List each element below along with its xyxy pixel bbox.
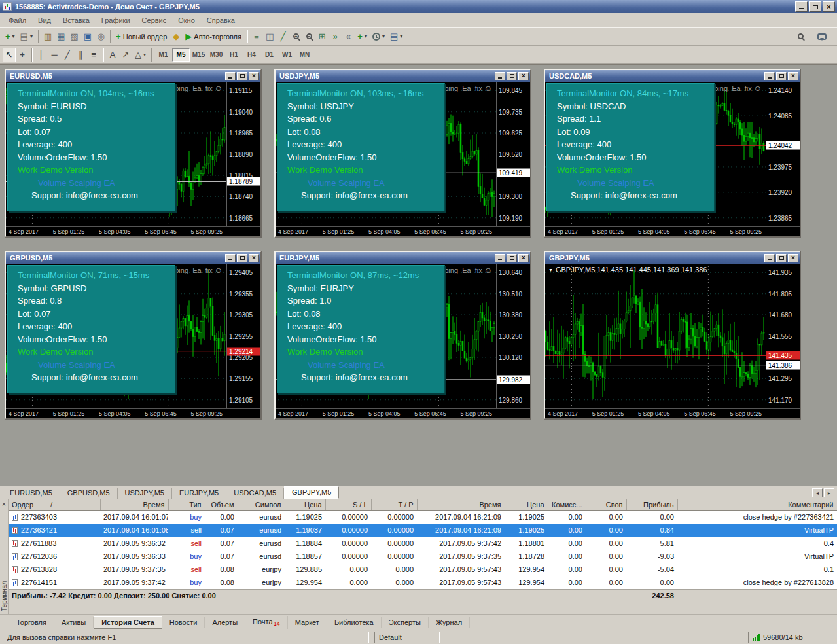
close-button[interactable]: × xyxy=(823,1,835,12)
search-icon[interactable] xyxy=(794,29,807,44)
menu-file[interactable]: Файл xyxy=(3,15,32,26)
history-row[interactable]: 2276118832017.09.05 9:36:32sell0.07eurus… xyxy=(9,537,837,550)
menu-insert[interactable]: Вставка xyxy=(57,15,96,26)
minimize-chart-button[interactable] xyxy=(225,254,236,262)
chart-tab-eurusd-m5[interactable]: EURUSD,M5 xyxy=(3,488,60,499)
price-chart-canvas[interactable] xyxy=(545,264,766,408)
timeframe-h1[interactable]: H1 xyxy=(225,48,243,62)
timeframe-m15[interactable]: M15 xyxy=(190,48,207,62)
chart-tab-usdjpy-m5[interactable]: USDJPY,M5 xyxy=(118,488,172,499)
zoom-out-icon[interactable]: − xyxy=(302,29,315,44)
minimize-button[interactable] xyxy=(795,1,808,12)
channel-icon[interactable]: ∥ xyxy=(74,48,87,62)
tile-windows-icon[interactable]: ⊞ xyxy=(315,29,329,44)
tab-alerts[interactable]: Алерты xyxy=(205,617,245,628)
autotrading-button[interactable]: ▶Авто-торговля xyxy=(183,29,244,44)
terminal-icon[interactable]: ▣ xyxy=(81,29,94,44)
maximize-chart-button[interactable] xyxy=(507,254,517,262)
ea-smiley-icon[interactable]: ☺ xyxy=(754,84,762,93)
tab-account-history[interactable]: История Счета xyxy=(94,616,162,629)
close-chart-button[interactable]: × xyxy=(788,254,798,262)
history-row[interactable]: 2276120362017.09.05 9:36:33buy0.07eurusd… xyxy=(9,550,837,563)
history-row[interactable]: 2273634212017.09.04 16:01:08sell0.07euru… xyxy=(9,524,837,537)
column-header-5[interactable]: Цена xyxy=(285,499,325,510)
chart-area-usdcad[interactable]: 1.241401.240851.239751.239201.238651.240… xyxy=(545,82,800,236)
chart-titlebar-eurusd[interactable]: EURUSD,M5× xyxy=(6,70,260,82)
terminal-close-icon[interactable]: × xyxy=(2,501,6,508)
fibonacci-icon[interactable]: ≡ xyxy=(87,48,100,62)
column-header-13[interactable]: Комментарий xyxy=(677,499,837,510)
maximize-chart-button[interactable] xyxy=(776,72,787,80)
column-header-11[interactable]: Своп xyxy=(586,499,626,510)
metaeditor-icon[interactable]: ◆ xyxy=(169,29,183,44)
line-chart-icon[interactable]: ╱ xyxy=(276,29,289,44)
zoom-in-icon[interactable]: + xyxy=(289,29,302,44)
chart-titlebar-eurjpy[interactable]: EURJPY,M5× xyxy=(276,252,530,264)
column-header-0[interactable]: Ордер/ xyxy=(9,499,100,510)
ea-smiley-icon[interactable]: ☺ xyxy=(484,266,492,275)
timeframe-w1[interactable]: W1 xyxy=(278,48,296,62)
timeframe-h4[interactable]: H4 xyxy=(243,48,260,62)
chart-area-usdjpy[interactable]: 109.845109.735109.625109.520109.300109.1… xyxy=(276,82,530,236)
navigator-icon[interactable]: ▧ xyxy=(68,29,81,44)
vertical-line-icon[interactable]: │ xyxy=(35,48,48,62)
text-icon[interactable]: A xyxy=(106,48,119,62)
timeframe-m1[interactable]: M1 xyxy=(154,48,172,62)
cursor-icon[interactable]: ↖ xyxy=(3,48,16,62)
bar-chart-icon[interactable]: ≡ xyxy=(250,29,263,44)
ea-smiley-icon[interactable]: ☺ xyxy=(215,266,223,275)
periods-icon[interactable]: ▾ xyxy=(370,29,387,44)
chart-shift-icon[interactable]: « xyxy=(342,29,355,44)
timeframe-m5[interactable]: M5 xyxy=(172,48,190,62)
maximize-chart-button[interactable] xyxy=(507,72,517,80)
menu-view[interactable]: Вид xyxy=(32,15,57,26)
minimize-chart-button[interactable] xyxy=(764,254,775,262)
column-header-2[interactable]: Тип xyxy=(168,499,205,510)
timeframe-m30[interactable]: M30 xyxy=(207,48,225,62)
column-header-3[interactable]: Объем xyxy=(205,499,238,510)
profiles-icon[interactable]: ▤▾ xyxy=(18,29,35,44)
chart-tab-gbpusd-m5[interactable]: GBPUSD,M5 xyxy=(60,488,118,499)
ea-smiley-icon[interactable]: ☺ xyxy=(215,84,223,93)
column-header-6[interactable]: S / L xyxy=(325,499,371,510)
column-header-10[interactable]: Комисс... xyxy=(548,499,586,510)
data-window-icon[interactable]: ▦ xyxy=(54,29,67,44)
history-row[interactable]: 2276138282017.09.05 9:37:35sell0.08eurjp… xyxy=(9,563,837,576)
menu-window[interactable]: Окно xyxy=(172,15,201,26)
menu-help[interactable]: Справка xyxy=(201,15,241,26)
column-header-4[interactable]: Символ xyxy=(238,499,285,510)
chart-tab-usdcad-m5[interactable]: USDCAD,M5 xyxy=(226,488,284,499)
tab-journal[interactable]: Журнал xyxy=(429,617,470,628)
tab-market[interactable]: Маркет xyxy=(288,617,327,628)
candlestick-icon[interactable]: ◫ xyxy=(263,29,276,44)
market-watch-icon[interactable]: ▥ xyxy=(41,29,54,44)
close-chart-button[interactable]: × xyxy=(518,254,529,262)
shapes-icon[interactable]: △▾ xyxy=(132,48,149,62)
chart-area-eurjpy[interactable]: 130.640130.510130.380130.250130.120129.8… xyxy=(276,264,530,418)
chart-titlebar-usdjpy[interactable]: USDJPY,M5× xyxy=(276,70,530,82)
arrow-icon[interactable]: ↗ xyxy=(119,48,132,62)
minimize-chart-button[interactable] xyxy=(764,72,775,80)
column-header-7[interactable]: T / P xyxy=(371,499,417,510)
close-chart-button[interactable]: × xyxy=(788,72,798,80)
crosshair-icon[interactable]: + xyxy=(16,48,29,62)
maximize-chart-button[interactable] xyxy=(237,254,247,262)
ea-smiley-icon[interactable]: ☺ xyxy=(484,84,492,93)
chart-area-gbpusd[interactable]: 1.294051.293551.293051.292551.292051.291… xyxy=(6,264,260,418)
tab-scroll-left-icon[interactable]: ◄ xyxy=(812,488,823,497)
column-header-1[interactable]: Время xyxy=(100,499,168,510)
history-row[interactable]: 2273634032017.09.04 16:01:07buy0.00eurus… xyxy=(9,510,837,524)
maximize-chart-button[interactable] xyxy=(237,72,247,80)
close-chart-button[interactable]: × xyxy=(518,72,529,80)
chart-area-eurusd[interactable]: 1.191151.190401.189651.188901.188151.187… xyxy=(6,82,260,236)
timeframe-mn[interactable]: MN xyxy=(296,48,313,62)
menu-charts[interactable]: Графики xyxy=(96,15,136,26)
minimize-chart-button[interactable] xyxy=(495,254,505,262)
restore-button[interactable] xyxy=(809,1,821,12)
tab-scroll-right-icon[interactable]: ► xyxy=(824,488,834,497)
chart-titlebar-gbpusd[interactable]: GBPUSD,M5× xyxy=(6,252,260,264)
strategy-tester-icon[interactable]: ◎ xyxy=(94,29,107,44)
tab-news[interactable]: Новости xyxy=(162,617,205,628)
column-header-8[interactable]: Время xyxy=(417,499,505,510)
chart-tab-gbpjpy-m5[interactable]: GBPJPY,M5 xyxy=(284,486,339,499)
